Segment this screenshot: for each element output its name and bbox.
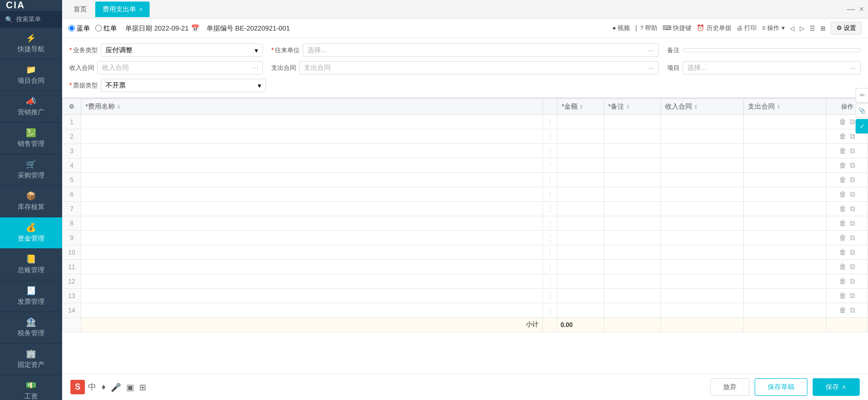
sidebar-search[interactable]: 🔍 搜索菜单: [0, 11, 62, 28]
move-handle-14[interactable]: ⋮: [543, 303, 557, 318]
amount-14[interactable]: [557, 303, 604, 318]
copy-btn-6[interactable]: ⧉: [850, 190, 855, 198]
copy-btn-4[interactable]: ⧉: [850, 161, 855, 169]
sidebar-item-7[interactable]: 📒总账管理: [0, 249, 62, 280]
save-draft-button[interactable]: 保存草稿: [755, 378, 807, 396]
sidebar-item-2[interactable]: 📣营销推广: [0, 91, 62, 123]
invoice-type-select[interactable]: 不开票 ▾: [101, 79, 266, 92]
icon-diamond[interactable]: ♦: [101, 382, 106, 392]
amount-3[interactable]: [557, 144, 604, 158]
sidebar-item-3[interactable]: 💹销售管理: [0, 123, 62, 154]
copy-btn-2[interactable]: ⧉: [850, 132, 855, 140]
expense-contract-14[interactable]: [744, 303, 827, 318]
copy-btn-8[interactable]: ⧉: [850, 219, 855, 227]
amount-6[interactable]: [557, 187, 604, 202]
expense-name-1[interactable]: [81, 115, 543, 129]
th-income-contract[interactable]: 收入合同 ⇕: [661, 99, 744, 115]
project-more[interactable]: ···: [850, 64, 856, 72]
remark-cell-2[interactable]: [604, 129, 661, 144]
copy-btn-3[interactable]: ⧉: [850, 146, 855, 155]
sidebar-item-1[interactable]: 📁项目合同: [0, 60, 62, 91]
expense-contract-3[interactable]: [744, 144, 827, 158]
th-gear[interactable]: ⚙: [63, 99, 81, 115]
delete-btn-12[interactable]: 🗑: [839, 277, 846, 285]
expense-contract-5[interactable]: [744, 173, 827, 187]
remark-input[interactable]: [683, 48, 861, 52]
income-contract-8[interactable]: [661, 216, 744, 231]
counterpart-more[interactable]: ···: [648, 46, 654, 54]
tab-home[interactable]: 首页: [66, 2, 94, 17]
expense-contract-2[interactable]: [744, 129, 827, 144]
remark-cell-9[interactable]: [604, 231, 661, 245]
expense-contract-11[interactable]: [744, 260, 827, 274]
expense-name-5[interactable]: [81, 173, 543, 187]
tab-expense[interactable]: 费用支出单 ×: [95, 2, 150, 17]
blue-radio-label[interactable]: 蓝单: [68, 24, 90, 33]
remark-cell-10[interactable]: [604, 245, 661, 260]
expense-more[interactable]: ···: [648, 64, 654, 72]
remark-cell-5[interactable]: [604, 173, 661, 187]
income-contract-13[interactable]: [661, 289, 744, 303]
move-handle-9[interactable]: ⋮: [543, 231, 557, 245]
delete-btn-10[interactable]: 🗑: [839, 248, 846, 256]
view-grid-icon[interactable]: ⊞: [820, 25, 826, 32]
amount-10[interactable]: [557, 245, 604, 260]
move-handle-12[interactable]: ⋮: [543, 274, 557, 289]
expense-name-10[interactable]: [81, 245, 543, 260]
copy-btn-1[interactable]: ⧉: [850, 117, 855, 126]
icon-img[interactable]: ▣: [126, 382, 134, 392]
icon-zh[interactable]: 中: [88, 382, 96, 393]
remark-cell-11[interactable]: [604, 260, 661, 274]
remark-cell-12[interactable]: [604, 274, 661, 289]
delete-btn-7[interactable]: 🗑: [839, 204, 846, 213]
icon-mic[interactable]: 🎤: [111, 382, 121, 392]
expense-name-12[interactable]: [81, 274, 543, 289]
sidebar-item-4[interactable]: 🛒采购管理: [0, 154, 62, 186]
th-amount[interactable]: *金额 ⇕: [557, 99, 604, 115]
action-shortcuts[interactable]: ⌨ 快捷键: [663, 24, 692, 33]
sidebar-item-6[interactable]: 💰资金管理: [0, 217, 62, 249]
expense-contract-10[interactable]: [744, 245, 827, 260]
copy-btn-12[interactable]: ⧉: [850, 277, 855, 285]
remark-cell-13[interactable]: [604, 289, 661, 303]
copy-btn-7[interactable]: ⧉: [850, 204, 855, 213]
business-type-select[interactable]: 应付调整 ▾: [101, 43, 263, 57]
action-ops[interactable]: ≡ 操作 ▾: [762, 24, 785, 33]
sidebar-item-11[interactable]: 💵工资: [0, 375, 62, 400]
action-help[interactable]: | ？帮助: [636, 24, 657, 33]
action-print[interactable]: 🖨 打印: [737, 24, 757, 33]
th-expense-contract[interactable]: 支出合同 ⇕: [744, 99, 827, 115]
expense-name-6[interactable]: [81, 187, 543, 202]
th-remark[interactable]: *备注 ⇕: [604, 99, 661, 115]
right-btn-confirm[interactable]: ✓: [856, 119, 868, 134]
income-contract-2[interactable]: [661, 129, 744, 144]
income-contract-1[interactable]: [661, 115, 744, 129]
delete-btn-11[interactable]: 🗑: [839, 262, 846, 271]
expense-name-8[interactable]: [81, 216, 543, 231]
income-contract-10[interactable]: [661, 245, 744, 260]
sidebar-item-5[interactable]: 📦库存核算: [0, 186, 62, 217]
delete-btn-8[interactable]: 🗑: [839, 219, 846, 227]
copy-btn-10[interactable]: ⧉: [850, 248, 855, 256]
remark-cell-7[interactable]: [604, 202, 661, 216]
nav-next-btn[interactable]: ▷: [800, 25, 804, 32]
delete-btn-3[interactable]: 🗑: [839, 146, 846, 155]
sidebar-item-0[interactable]: ⚡快捷导航: [0, 28, 62, 60]
expense-name-2[interactable]: [81, 129, 543, 144]
nav-prev-btn[interactable]: ◁: [790, 25, 795, 32]
copy-btn-13[interactable]: ⧉: [850, 291, 855, 300]
tab-close-btn[interactable]: ×: [139, 6, 142, 12]
move-handle-6[interactable]: ⋮: [543, 187, 557, 202]
view-list-icon[interactable]: ☰: [810, 25, 815, 32]
minimize-btn[interactable]: —: [847, 5, 855, 14]
income-contract-6[interactable]: [661, 187, 744, 202]
move-handle-7[interactable]: ⋮: [543, 202, 557, 216]
expense-contract-13[interactable]: [744, 289, 827, 303]
th-expense-name[interactable]: *费用名称 ⇕: [81, 99, 543, 115]
delete-btn-14[interactable]: 🗑: [839, 306, 846, 314]
delete-btn-2[interactable]: 🗑: [839, 132, 846, 140]
delete-btn-6[interactable]: 🗑: [839, 190, 846, 198]
sidebar-item-10[interactable]: 🏢固定资产: [0, 344, 62, 375]
copy-btn-11[interactable]: ⧉: [850, 262, 855, 271]
expense-contract-4[interactable]: [744, 158, 827, 173]
